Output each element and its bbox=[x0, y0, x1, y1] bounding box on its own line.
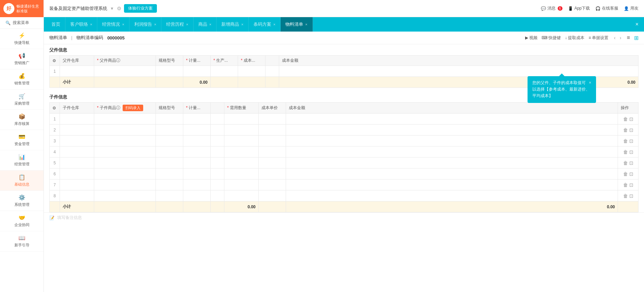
sidebar-item-operations[interactable]: 📊 经营管理 bbox=[0, 150, 44, 171]
tab-close-customer[interactable]: × bbox=[90, 22, 92, 26]
parent-table-row: 1 bbox=[50, 66, 639, 77]
headset-icon: 🎧 bbox=[595, 6, 600, 11]
parent-col-produce: * 生产... bbox=[211, 56, 238, 66]
delete-row-1-icon[interactable]: 🗑 bbox=[623, 116, 628, 122]
delete-row-3-icon[interactable]: 🗑 bbox=[623, 138, 628, 144]
message-button[interactable]: 💬 消息 6 bbox=[541, 5, 562, 11]
page-prev-button[interactable]: ‹ bbox=[612, 34, 617, 41]
expand-icon[interactable]: ⊞ bbox=[634, 35, 639, 41]
tab-new-goods[interactable]: 新增商品 × bbox=[216, 17, 248, 32]
view-video-button[interactable]: ▶ 视频 bbox=[525, 35, 537, 41]
child-col-settings[interactable]: ⚙ bbox=[50, 103, 60, 114]
tab-history[interactable]: 经营历程 × bbox=[161, 17, 193, 32]
delete-row-7-icon[interactable]: 🗑 bbox=[623, 182, 628, 188]
child-table-row: 4 🗑⊡ bbox=[50, 147, 639, 157]
delete-row-2-icon[interactable]: 🗑 bbox=[623, 127, 628, 133]
copy-row-7-icon[interactable]: ⊡ bbox=[629, 182, 633, 188]
single-setting-button[interactable]: ≡ 单据设置 bbox=[589, 35, 608, 41]
copy-row-2-icon[interactable]: ⊡ bbox=[629, 127, 633, 133]
online-service-button[interactable]: 🎧 在线客服 bbox=[595, 5, 618, 11]
tab-close-new-goods[interactable]: × bbox=[241, 22, 243, 26]
child-table-row: 2 🗑 ⊡ bbox=[50, 125, 639, 136]
child-table-row: 7 🗑⊡ bbox=[50, 179, 639, 190]
system-icon: ⚙️ bbox=[18, 194, 25, 201]
child-cell-spec-1[interactable] bbox=[156, 114, 183, 125]
scan-input-button[interactable]: 扫码录入 bbox=[123, 105, 143, 111]
child-cell-product-2[interactable] bbox=[94, 125, 156, 136]
guide-icon: 📖 bbox=[18, 235, 25, 241]
note-placeholder[interactable]: 填写备注信息 bbox=[57, 215, 82, 221]
parent-cell-produce[interactable] bbox=[211, 66, 238, 77]
child-cell-qty-2[interactable] bbox=[224, 125, 259, 136]
sidebar-item-quicknav[interactable]: ⚡ 快捷导航 bbox=[0, 29, 44, 49]
shortcut-button[interactable]: ⌨ 快捷键 bbox=[542, 35, 561, 41]
app-download-button[interactable]: 📱 App下载 bbox=[568, 5, 590, 11]
copy-row-6-icon[interactable]: ⊡ bbox=[629, 171, 633, 177]
page-next-button[interactable]: › bbox=[618, 34, 623, 41]
tab-close-bom[interactable]: × bbox=[305, 22, 307, 26]
extract-cost-button[interactable]: ↓ 提取成本 bbox=[565, 35, 584, 41]
delete-row-5-icon[interactable]: 🗑 bbox=[623, 160, 628, 166]
sidebar-item-search[interactable]: 🔍 搜索菜单 bbox=[0, 17, 44, 29]
grid-view-icon[interactable]: ≡ bbox=[627, 35, 630, 41]
copy-row-8-icon[interactable]: ⊡ bbox=[629, 193, 633, 199]
copy-row-1-icon[interactable]: ⊡ bbox=[629, 116, 633, 122]
trial-button[interactable]: 体验行业方案 bbox=[124, 4, 157, 13]
nav-close-all-button[interactable]: × bbox=[633, 21, 641, 27]
child-cell-unit-2[interactable] bbox=[183, 125, 211, 136]
tab-bom[interactable]: 物料清单 × bbox=[281, 17, 312, 32]
child-cell-warehouse-1[interactable] bbox=[60, 114, 94, 125]
tooltip-close-button[interactable]: × bbox=[589, 80, 591, 86]
tab-home[interactable]: 首页 bbox=[47, 17, 65, 32]
parent-cell-unit[interactable] bbox=[183, 66, 211, 77]
child-cell-warehouse-2[interactable] bbox=[60, 125, 94, 136]
tab-close-history[interactable]: × bbox=[186, 22, 188, 26]
copy-row-4-icon[interactable]: ⊡ bbox=[629, 149, 633, 155]
parent-cell-product[interactable] bbox=[94, 66, 156, 77]
user-menu[interactable]: 👤 用友 bbox=[624, 5, 639, 11]
sidebar-item-system[interactable]: ⚙️ 系统管理 bbox=[0, 191, 44, 211]
delete-row-6-icon[interactable]: 🗑 bbox=[623, 171, 628, 177]
settings-icon[interactable]: ⚙ bbox=[117, 5, 121, 12]
tab-close-operations[interactable]: × bbox=[122, 22, 124, 26]
delete-row-4-icon[interactable]: 🗑 bbox=[623, 149, 628, 155]
tab-customer[interactable]: 客户联络 × bbox=[65, 17, 97, 32]
sidebar-item-basics[interactable]: 📋 基础信息 bbox=[0, 171, 44, 191]
tab-close-profit[interactable]: × bbox=[154, 22, 156, 26]
tab-close-goods[interactable]: × bbox=[209, 22, 211, 26]
sidebar-item-enterprise[interactable]: 🤝 企业协同 bbox=[0, 211, 44, 231]
parent-row-num: 1 bbox=[50, 66, 60, 77]
tab-close-barcode[interactable]: × bbox=[273, 22, 275, 26]
sidebar-item-guide[interactable]: 📖 新手引导 bbox=[0, 231, 44, 252]
sidebar-item-marketing[interactable]: 📢 营销推广 bbox=[0, 49, 44, 69]
parent-col-cost: * 成本... bbox=[238, 56, 265, 66]
copy-row-3-icon[interactable]: ⊡ bbox=[629, 138, 633, 144]
tab-goods[interactable]: 商品 × bbox=[194, 17, 216, 32]
tab-barcode[interactable]: 条码方案 × bbox=[249, 17, 281, 32]
child-cell-product-1[interactable] bbox=[94, 114, 156, 125]
child-cell-spec-2[interactable] bbox=[156, 125, 183, 136]
quick-nav-icon: ⚡ bbox=[18, 32, 25, 39]
parent-cell-warehouse[interactable] bbox=[60, 66, 94, 77]
delete-row-8-icon[interactable]: 🗑 bbox=[623, 193, 628, 199]
child-cell-qty-1[interactable] bbox=[224, 114, 259, 125]
dropdown-arrow-icon[interactable]: ▼ bbox=[110, 6, 114, 11]
parent-cell-extra bbox=[265, 66, 279, 77]
extract-icon: ↓ bbox=[565, 35, 567, 40]
copy-row-5-icon[interactable]: ⊡ bbox=[629, 160, 633, 166]
tab-profit[interactable]: 利润报告 × bbox=[129, 17, 161, 32]
sidebar-item-purchase[interactable]: 🛒 采购管理 bbox=[0, 90, 44, 110]
breadcrumb-bom[interactable]: 物料清单 bbox=[49, 35, 67, 41]
parent-cell-cost[interactable] bbox=[238, 66, 265, 77]
parent-cell-spec[interactable] bbox=[156, 66, 183, 77]
parent-col-settings[interactable]: ⚙ bbox=[50, 56, 60, 66]
tooltip-arrow bbox=[559, 73, 565, 76]
parent-col-unit: * 计量... bbox=[183, 56, 211, 66]
note-icon: 📝 bbox=[49, 215, 54, 220]
sidebar-item-inventory[interactable]: 📦 库存核算 bbox=[0, 110, 44, 130]
child-cell-unit-1[interactable] bbox=[183, 114, 211, 125]
child-subtotal-label: 小计 bbox=[60, 201, 94, 212]
tab-operations[interactable]: 经营情况 × bbox=[97, 17, 129, 32]
sidebar-item-finance[interactable]: 💳 资金管理 bbox=[0, 130, 44, 150]
sidebar-item-sales[interactable]: 💰 销售管理 bbox=[0, 69, 44, 90]
